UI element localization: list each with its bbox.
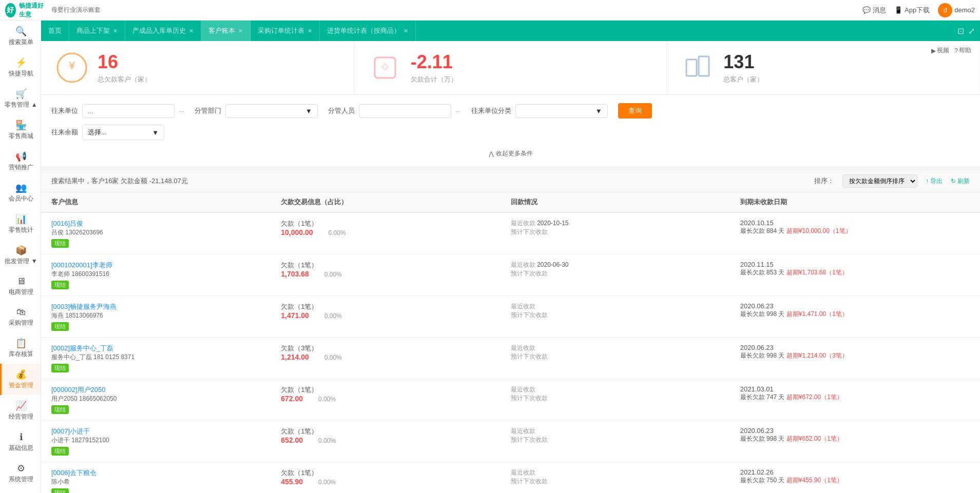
overdue-link[interactable]: 超期¥1,214.00（3笔） xyxy=(786,352,848,359)
message-icon: 💬 xyxy=(862,6,871,14)
debt-amount[interactable]: 1,703.68 xyxy=(281,270,309,278)
debt-total-number: -2.11 xyxy=(411,51,457,73)
sidebar-item-member[interactable]: 👥 会员中心 xyxy=(0,177,41,208)
search-button[interactable]: 查询 xyxy=(618,103,652,119)
tab-purchase-order[interactable]: 采购订单统计表 ✕ xyxy=(251,21,320,41)
total-customers-number: 131 xyxy=(723,51,763,73)
sidebar-item-finance[interactable]: 💰 资金管理 xyxy=(0,364,41,395)
sidebar-item-purchase[interactable]: 🛍 采购管理 xyxy=(0,302,41,332)
video-btn[interactable]: ▶ 视频 xyxy=(931,46,949,55)
overdue-link[interactable]: 超期¥1,471.00（1笔） xyxy=(786,310,848,318)
sidebar-item-sys[interactable]: ⚙ 系统管理 xyxy=(0,458,41,489)
tab-close-customer-account[interactable]: ✕ xyxy=(238,28,243,34)
balance-value: 选择... xyxy=(88,128,107,137)
export-btn[interactable]: ↑ 导出 xyxy=(926,177,943,186)
customer-link[interactable]: [0016]吕俊 xyxy=(51,220,83,227)
filter-dept: 分管部门 ▼ xyxy=(195,104,318,118)
table-row: [000002]用户2050 用户2050 18665062050 现结 欠款（… xyxy=(41,379,980,421)
customer-contact: 李老师 18600391516 xyxy=(51,270,281,279)
debt-amount[interactable]: 672.00 xyxy=(281,395,303,403)
debt-amount[interactable]: 1,214.00 xyxy=(281,353,309,361)
customer-link[interactable]: [0007]小进干 xyxy=(51,427,90,435)
sidebar-item-retail-mall[interactable]: 🏪 零售商城 xyxy=(0,114,41,146)
customer-link[interactable]: [000002]用户2050 xyxy=(51,386,106,393)
results-bar: 搜索结果中，客户16家 欠款金额 -21,148.07元 排序： 按欠款金额倒序… xyxy=(41,170,980,192)
tab-close-product-history[interactable]: ✕ xyxy=(189,28,194,34)
sidebar: 🔍 搜索菜单 ⚡ 快捷导航 🛒 零售管理 ▲ 🏪 零售商城 📢 营销推广 👥 xyxy=(0,21,41,493)
from-unit-dots[interactable]: ··· xyxy=(179,107,184,115)
filter-person: 分管人员 ··· xyxy=(328,104,461,118)
debt-amount[interactable]: 10,000.00 xyxy=(281,228,313,236)
sort-select[interactable]: 按欠款金额倒序排序 xyxy=(842,174,917,188)
tab-close-product-offshelf[interactable]: ✕ xyxy=(113,28,118,34)
customer-link[interactable]: [0001020001]李老师 xyxy=(51,261,112,269)
customer-info-cell: [0002]服务中心_丁磊 服务中心_丁磊 181 0125 8371 现结 xyxy=(51,344,281,372)
customer-info-cell: [0003]畅捷服务尹海燕 海燕 18513066976 现结 xyxy=(51,302,281,331)
tab-inventory-stats[interactable]: 进货单统计表（按商品） ✕ xyxy=(320,21,416,41)
tab-bar: 首页 商品上下架 ✕ 产成品入库单历史 ✕ 客户账本 ✕ 采购订单统计表 ✕ xyxy=(41,21,980,41)
debt-percent: 0.00% xyxy=(329,229,346,236)
debt-count: 欠款（1笔） xyxy=(281,302,510,311)
tab-close-inventory-stats[interactable]: ✕ xyxy=(403,28,408,34)
help-btn[interactable]: ? 帮助 xyxy=(954,46,971,55)
overdue-link[interactable]: 超期¥672.00（1笔） xyxy=(786,393,843,401)
debt-percent: 0.00% xyxy=(324,271,342,278)
debt-amount[interactable]: 1,471.00 xyxy=(281,311,309,320)
message-label: 消息 xyxy=(873,6,886,15)
customer-link[interactable]: [0002]服务中心_丁磊 xyxy=(51,344,113,352)
category-dropdown[interactable]: ▼ xyxy=(515,104,608,118)
tab-product-offshelf[interactable]: 商品上下架 ✕ xyxy=(69,21,125,41)
message-btn[interactable]: 💬 消息 xyxy=(862,6,886,15)
purchase-icon: 🛍 xyxy=(4,307,39,318)
results-summary: 搜索结果中，客户16家 欠款金额 -21,148.07元 xyxy=(51,176,188,186)
sidebar-item-retail-stats[interactable]: 📊 零售统计 xyxy=(0,208,41,240)
tab-expand-icon[interactable]: ⤢ xyxy=(968,26,975,36)
sidebar-item-search-menu[interactable]: 🔍 搜索菜单 xyxy=(0,21,41,52)
inventory-icon: 📋 xyxy=(4,338,39,349)
tab-home[interactable]: 首页 xyxy=(41,21,69,41)
debt-amount[interactable]: 455.90 xyxy=(281,478,303,486)
person-input[interactable] xyxy=(359,104,451,118)
balance-dropdown[interactable]: 选择... ▼ xyxy=(82,125,164,140)
user-profile[interactable]: d demo2 xyxy=(938,3,975,17)
overdue-link[interactable]: 超期¥10,000.00（1笔） xyxy=(786,227,852,234)
customer-contact: 陈小希 xyxy=(51,478,281,486)
debt-amount[interactable]: 652.00 xyxy=(281,436,303,444)
customer-link[interactable]: [0003]畅捷服务尹海燕 xyxy=(51,303,117,310)
marketing-icon: 📢 xyxy=(4,151,39,162)
overdue-link[interactable]: 超期¥1,703.68（1笔） xyxy=(786,269,848,276)
sidebar-item-batch-mgmt[interactable]: 📦 批发管理 ▼ xyxy=(0,240,41,271)
sidebar-item-basic-info[interactable]: ℹ 基础信息 xyxy=(0,426,41,458)
results-right: 排序： 按欠款金额倒序排序 ↑ 导出 ↻ 刷新 xyxy=(814,174,970,188)
from-unit-input[interactable] xyxy=(82,104,175,118)
repayment-cell: 最近收款 预计下次收款 xyxy=(511,302,740,320)
logo: 好 畅捷通好生意 xyxy=(5,2,46,19)
tab-customer-account[interactable]: 客户账本 ✕ xyxy=(201,21,251,41)
dept-dropdown[interactable]: ▼ xyxy=(225,104,318,118)
overdue-link[interactable]: 超期¥652.00（1笔） xyxy=(786,435,843,442)
tab-close-purchase-order[interactable]: ✕ xyxy=(308,28,312,34)
category-chevron-icon: ▼ xyxy=(595,107,602,115)
sidebar-item-retail-mgmt[interactable]: 🛒 零售管理 ▲ xyxy=(0,83,41,114)
collapse-filter-btn[interactable]: ⋀ 收起更多条件 xyxy=(51,146,970,161)
tab-restore-icon[interactable]: ⊡ xyxy=(957,26,964,36)
debt-percent: 0.00% xyxy=(318,479,336,486)
sidebar-item-enterprise[interactable]: 🤝 企业协同 xyxy=(0,489,41,493)
sidebar-item-ops[interactable]: 📈 经营管理 xyxy=(0,395,41,426)
payment-badge: 现结 xyxy=(51,488,69,493)
refresh-btn[interactable]: ↻ 刷新 xyxy=(951,177,970,186)
sidebar-item-quick-nav[interactable]: ⚡ 快捷导航 xyxy=(0,52,41,83)
overdue-link[interactable]: 超期¥455.90（1笔） xyxy=(786,477,843,484)
table-row: [0006]去下粮仓 陈小希 现结 欠款（1笔） 455.90 0.00% xyxy=(41,462,980,493)
due-date-cell: 2020.06.23 最长欠款 998 天 超期¥1,214.00（3笔） xyxy=(740,344,970,360)
customer-link[interactable]: [0006]去下粮仓 xyxy=(51,469,97,477)
sidebar-item-ecommerce[interactable]: 🖥 电商管理 xyxy=(0,271,41,302)
app-download-btn[interactable]: 📱 App下载 xyxy=(894,6,930,15)
sidebar-item-inventory[interactable]: 📋 库存核算 xyxy=(0,332,41,364)
user-name: demo2 xyxy=(954,6,975,14)
sidebar-item-marketing[interactable]: 📢 营销推广 xyxy=(0,146,41,177)
tab-product-history[interactable]: 产成品入库单历史 ✕ xyxy=(125,21,201,41)
stat-values-debt: 16 总欠款客户（家） xyxy=(98,51,151,84)
person-dots[interactable]: ··· xyxy=(455,107,461,115)
tab-right-actions: ⊡ ⤢ xyxy=(957,26,980,36)
